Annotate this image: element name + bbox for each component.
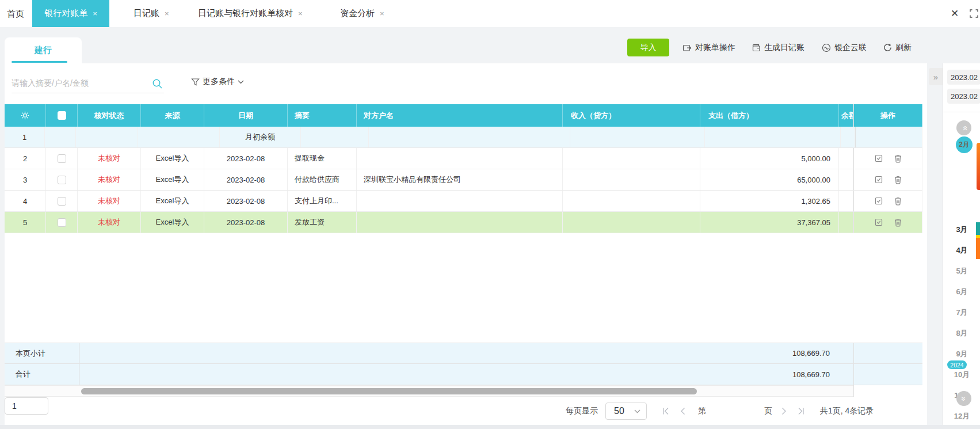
delete-icon[interactable] [894, 218, 902, 227]
per-page-value: 50 [614, 406, 624, 416]
header-income: 收入（贷方） [563, 104, 700, 127]
more-filters-button[interactable]: 更多条件 [191, 77, 244, 87]
tab-close-icon[interactable]: × [165, 9, 169, 18]
prev-page-button[interactable] [679, 397, 687, 425]
horizontal-scrollbar[interactable] [5, 385, 853, 397]
period-to-chip[interactable]: 2023.02 [947, 89, 980, 104]
last-page-button[interactable] [797, 397, 805, 425]
table-row: 1 月初余额 [5, 127, 922, 148]
scroll-up-button[interactable]: » [956, 120, 971, 135]
year-badge: 2024 [947, 360, 967, 369]
total-label: 合计 [5, 364, 79, 385]
table-header-row: 核对状态 来源 日期 摘要 对方户名 收入（贷方） 支出（借方） 余额 操作 [5, 104, 922, 127]
bank-statement-screen: 首页 银行对账单 × 日记账 × 日记账与银行对账单核对 × 资金分析 × ✕ [0, 0, 980, 429]
table-row[interactable]: 2 未核对 Excel导入 2023-02-08 提取现金 5,000.00 [5, 148, 922, 169]
filter-funnel-icon [191, 78, 200, 86]
table-row-selected[interactable]: 5 未核对 Excel导入 2023-02-08 发放工资 37,367.05 [5, 212, 922, 233]
page-prefix-label: 第 [698, 397, 706, 425]
statement-ops-button[interactable]: 对账单操作 [682, 39, 735, 56]
record-count-label: 共1页, 4条记录 [820, 397, 874, 425]
column-settings-button[interactable] [5, 104, 46, 127]
page-suffix-label: 页 [764, 397, 772, 425]
select-all-checkbox[interactable] [58, 111, 66, 120]
row-checkbox[interactable] [58, 197, 66, 206]
delete-icon[interactable] [894, 196, 902, 206]
delete-icon[interactable] [894, 154, 902, 163]
first-page-button[interactable] [662, 397, 670, 425]
header-source: 来源 [141, 104, 204, 127]
table-row[interactable]: 3 未核对 Excel导入 2023-02-08 付款给供应商 深圳联宝小精品有… [5, 169, 922, 191]
verify-icon[interactable] [874, 218, 883, 227]
delete-icon[interactable] [894, 175, 902, 184]
month-item[interactable]: 8月 [943, 328, 980, 339]
tab-close-icon[interactable]: × [298, 9, 303, 18]
tab-fund-analysis[interactable]: 资金分析 × [334, 0, 390, 27]
row-checkbox[interactable] [58, 176, 66, 184]
clipped-chart-fragment [976, 222, 980, 259]
month-item[interactable]: 4月 [943, 245, 980, 256]
total-row: 合计 108,669.70 [5, 364, 922, 385]
search-icon[interactable] [152, 78, 163, 89]
tab-close-icon[interactable]: × [380, 9, 384, 18]
double-chevron-right-icon: » [933, 72, 938, 82]
page-number-input[interactable] [5, 397, 48, 415]
period-panel: 2023.02 2023.02 » 2月 3月 4月 5月 6月 7月 8月 9… [943, 63, 980, 425]
month-item[interactable]: 10月 [943, 370, 980, 380]
header-expense: 支出（借方） [700, 104, 839, 127]
statement-ops-label: 对账单操作 [695, 43, 735, 53]
row-number: 1 [5, 127, 45, 147]
per-page-select[interactable]: 50 [605, 403, 647, 420]
tab-close-icon[interactable]: × [93, 9, 97, 18]
header-summary: 摘要 [288, 104, 357, 127]
period-from-chip[interactable]: 2023.02 [947, 70, 980, 85]
per-page-label: 每页显示 [566, 397, 598, 425]
row-number: 3 [5, 169, 46, 190]
scrollbar-thumb[interactable] [81, 388, 697, 394]
top-tab-bar: 首页 银行对账单 × 日记账 × 日记账与银行对账单核对 × 资金分析 × ✕ [0, 0, 980, 27]
generate-journal-button[interactable]: 生成日记账 [752, 39, 804, 56]
refresh-button[interactable]: 刷新 [883, 39, 912, 56]
tab-bank-statement[interactable]: 银行对账单 × [32, 0, 109, 27]
active-tab-underline [12, 61, 67, 63]
table-row[interactable]: 4 未核对 Excel导入 2023-02-08 支付上月印... 1,302.… [5, 191, 922, 212]
month-item[interactable]: 9月 [943, 349, 980, 359]
status-unchecked: 未核对 [78, 169, 141, 190]
row-checkbox[interactable] [58, 218, 66, 227]
row-checkbox[interactable] [58, 154, 66, 163]
tab-journal[interactable]: 日记账 × [128, 0, 175, 27]
page-subtotal-amount: 108,669.70 [696, 343, 834, 363]
panel-expand-button[interactable]: » [929, 68, 943, 85]
status-unchecked: 未核对 [78, 148, 141, 169]
month-item[interactable]: 12月 [943, 411, 980, 422]
month-item-selected[interactable]: 2月 [956, 136, 973, 153]
month-item[interactable]: 7月 [943, 307, 980, 318]
page-subtotal-label: 本页小计 [5, 343, 79, 363]
tab-journal-vs-statement[interactable]: 日记账与银行对账单核对 × [192, 0, 308, 27]
chevron-down-icon [634, 409, 640, 413]
search-box [12, 74, 164, 93]
import-button[interactable]: 导入 [627, 39, 669, 56]
statement-table: 核对状态 来源 日期 摘要 对方户名 收入（贷方） 支出（借方） 余额 操作 1… [5, 104, 922, 233]
next-page-button[interactable] [780, 397, 788, 425]
tab-label: 银行对账单 [44, 8, 87, 19]
search-input[interactable] [12, 74, 148, 92]
window-close-button[interactable]: ✕ [943, 0, 967, 27]
bank-cloud-button[interactable]: 银企云联 [822, 39, 867, 56]
bottom-strip [0, 425, 980, 429]
month-item[interactable]: 5月 [943, 266, 980, 276]
scrollbar-right-spacer [853, 385, 922, 397]
verify-icon[interactable] [874, 196, 883, 206]
tab-home[interactable]: 首页 [2, 0, 29, 27]
wallet-icon [752, 43, 761, 52]
verify-icon[interactable] [874, 154, 883, 163]
scroll-down-button[interactable]: » [956, 391, 971, 406]
tab-label: 日记账 [134, 8, 159, 19]
month-item[interactable]: 6月 [943, 287, 980, 297]
account-tab-jianhang[interactable]: 建行 [5, 37, 82, 63]
header-date: 日期 [204, 104, 288, 127]
double-chevron-up-icon: » [960, 126, 968, 130]
gear-icon [21, 111, 29, 120]
month-item[interactable]: 3月 [943, 225, 980, 235]
verify-icon[interactable] [874, 175, 883, 184]
fullscreen-button[interactable] [967, 0, 980, 27]
